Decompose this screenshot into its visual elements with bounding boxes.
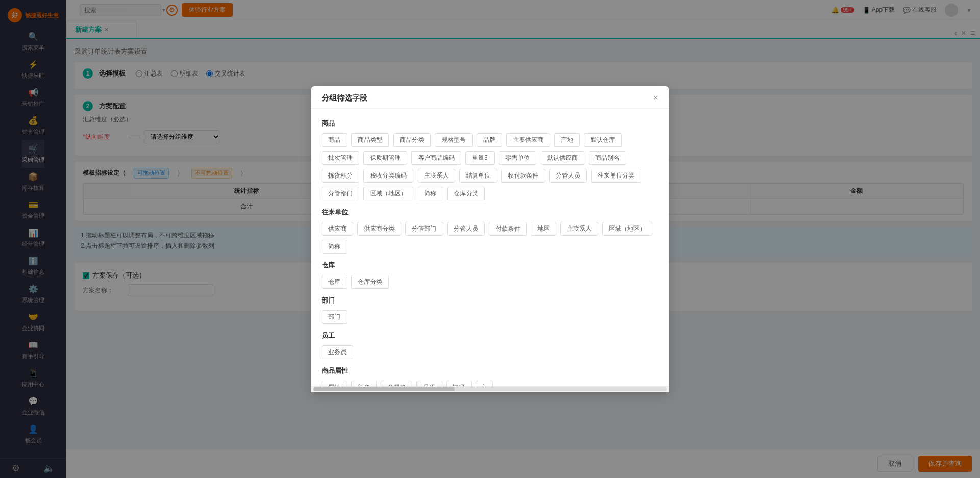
- modal-section-title-4: 员工: [322, 331, 658, 340]
- field-tag-3-0[interactable]: 部门: [322, 310, 347, 324]
- field-tag-0-4[interactable]: 品牌: [477, 133, 502, 147]
- field-tag-1-0[interactable]: 供应商: [322, 222, 353, 236]
- field-tag-0-2[interactable]: 商品分类: [393, 133, 431, 147]
- field-tag-5-3[interactable]: 尺码: [416, 381, 442, 387]
- modal-section-title-0: 商品: [322, 119, 658, 128]
- field-tag-0-24[interactable]: 简称: [418, 187, 443, 200]
- field-tag-0-6[interactable]: 产地: [554, 133, 580, 147]
- field-tag-0-10[interactable]: 客户商品编码: [411, 151, 461, 165]
- field-tag-0-18[interactable]: 结算单位: [459, 169, 497, 183]
- modal-section-title-2: 仓库: [322, 261, 658, 270]
- field-tag-0-11[interactable]: 重量3: [465, 151, 495, 165]
- modal-title: 分组待选字段: [322, 93, 368, 103]
- field-tag-1-2[interactable]: 分管部门: [405, 222, 443, 236]
- modal-section-tags-0: 商品商品类型商品分类规格型号品牌主要供应商产地默认仓库批次管理保质期管理客户商品…: [322, 133, 658, 200]
- field-tag-0-0[interactable]: 商品: [322, 133, 347, 147]
- modal-overlay: 分组待选字段 × 商品商品商品类型商品分类规格型号品牌主要供应商产地默认仓库批次…: [0, 0, 980, 478]
- field-tag-1-7[interactable]: 区域（地区）: [602, 222, 652, 236]
- field-tag-0-17[interactable]: 主联系人: [418, 169, 455, 183]
- field-tag-0-15[interactable]: 拣货积分: [322, 169, 359, 183]
- modal-section-title-1: 往来单位: [322, 208, 658, 217]
- modal-section-tags-1: 供应商供应商分类分管部门分管人员付款条件地区主联系人区域（地区）简称: [322, 222, 658, 254]
- modal-section-tags-3: 部门: [322, 310, 658, 324]
- field-tag-5-4[interactable]: 鞋码: [446, 381, 472, 387]
- field-tag-1-6[interactable]: 主联系人: [560, 222, 598, 236]
- modal-hscroll[interactable]: [311, 386, 669, 392]
- field-tag-0-20[interactable]: 分管人员: [549, 169, 587, 183]
- field-tag-5-2[interactable]: 多规格: [381, 381, 412, 387]
- field-tag-0-25[interactable]: 仓库分类: [447, 187, 485, 200]
- modal-section-tags-5: 属性颜色多规格尺码鞋码1: [322, 381, 658, 387]
- field-tag-1-1[interactable]: 供应商分类: [357, 222, 401, 236]
- modal-header: 分组待选字段 ×: [311, 86, 669, 109]
- field-tag-5-5[interactable]: 1: [476, 381, 493, 387]
- field-tag-2-0[interactable]: 仓库: [322, 275, 347, 289]
- field-tag-0-3[interactable]: 规格型号: [435, 133, 473, 147]
- field-tag-1-4[interactable]: 付款条件: [489, 222, 527, 236]
- field-tag-5-0[interactable]: 属性: [322, 381, 347, 387]
- field-tag-4-0[interactable]: 业务员: [322, 345, 353, 359]
- field-tag-0-12[interactable]: 零售单位: [499, 151, 536, 165]
- modal-body: 商品商品商品类型商品分类规格型号品牌主要供应商产地默认仓库批次管理保质期管理客户…: [311, 109, 669, 387]
- field-tag-0-22[interactable]: 分管部门: [322, 187, 359, 200]
- field-tag-0-13[interactable]: 默认供应商: [541, 151, 584, 165]
- field-tag-2-1[interactable]: 仓库分类: [351, 275, 389, 289]
- modal-section-title-3: 部门: [322, 296, 658, 305]
- field-tag-1-3[interactable]: 分管人员: [447, 222, 485, 236]
- modal-close-button[interactable]: ×: [653, 93, 658, 103]
- field-tag-0-14[interactable]: 商品别名: [589, 151, 626, 165]
- field-tag-1-5[interactable]: 地区: [531, 222, 556, 236]
- field-tag-0-21[interactable]: 往来单位分类: [591, 169, 641, 183]
- modal-section-tags-4: 业务员: [322, 345, 658, 359]
- field-tag-0-23[interactable]: 区域（地区）: [363, 187, 413, 200]
- field-tag-1-8[interactable]: 简称: [322, 240, 347, 254]
- modal-section-tags-2: 仓库仓库分类: [322, 275, 658, 289]
- field-tag-0-9[interactable]: 保质期管理: [363, 151, 407, 165]
- field-tag-0-16[interactable]: 税收分类编码: [363, 169, 413, 183]
- field-tag-0-7[interactable]: 默认仓库: [584, 133, 622, 147]
- field-tag-0-1[interactable]: 商品类型: [351, 133, 389, 147]
- modal: 分组待选字段 × 商品商品商品类型商品分类规格型号品牌主要供应商产地默认仓库批次…: [311, 86, 669, 392]
- field-tag-5-1[interactable]: 颜色: [351, 381, 377, 387]
- field-tag-0-5[interactable]: 主要供应商: [506, 133, 550, 147]
- modal-section-title-5: 商品属性: [322, 366, 658, 375]
- field-tag-0-8[interactable]: 批次管理: [322, 151, 359, 165]
- field-tag-0-19[interactable]: 收付款条件: [501, 169, 545, 183]
